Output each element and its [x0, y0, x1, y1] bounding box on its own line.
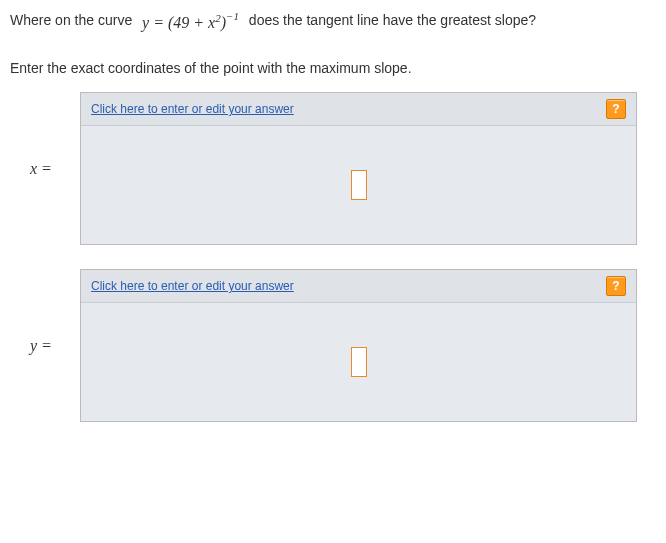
answer-row-y: y = Click here to enter or edit your ans… — [10, 269, 656, 422]
answer-row-x: x = Click here to enter or edit your ans… — [10, 92, 656, 245]
var-label-x: x = — [10, 160, 80, 178]
answer-input-x[interactable] — [351, 170, 367, 200]
question-suffix: does the tangent line have the greatest … — [249, 12, 536, 28]
answer-body-y — [81, 303, 636, 421]
answer-body-x — [81, 126, 636, 244]
question-prefix: Where on the curve — [10, 12, 132, 28]
help-icon[interactable]: ? — [606, 99, 626, 119]
answer-block-y: Click here to enter or edit your answer … — [80, 269, 637, 422]
help-icon[interactable]: ? — [606, 276, 626, 296]
edit-answer-link-x[interactable]: Click here to enter or edit your answer — [91, 102, 294, 116]
answer-header-x: Click here to enter or edit your answer … — [81, 93, 636, 126]
instruction-text: Enter the exact coordinates of the point… — [10, 60, 656, 76]
edit-answer-link-y[interactable]: Click here to enter or edit your answer — [91, 279, 294, 293]
answer-header-y: Click here to enter or edit your answer … — [81, 270, 636, 303]
answer-block-x: Click here to enter or edit your answer … — [80, 92, 637, 245]
question-equation: y = (49 + x2)−1 — [142, 10, 239, 32]
question-text: Where on the curve y = (49 + x2)−1 does … — [10, 10, 656, 32]
answer-input-y[interactable] — [351, 347, 367, 377]
var-label-y: y = — [10, 337, 80, 355]
